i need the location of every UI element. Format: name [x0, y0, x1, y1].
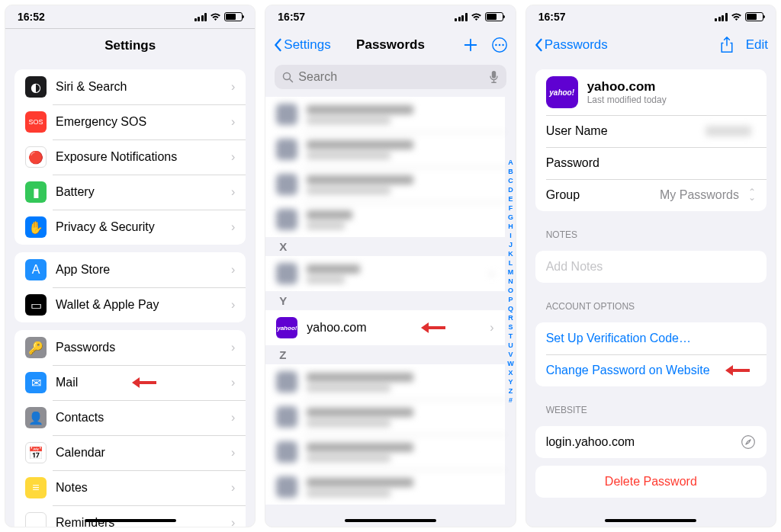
row-label: Siri & Search: [56, 80, 231, 94]
nav-bar: Settings Passwords: [265, 28, 515, 62]
back-button[interactable]: Settings: [273, 37, 330, 53]
row-label: Wallet & Apple Pay: [56, 298, 231, 312]
wifi-icon: [471, 13, 482, 21]
settings-row[interactable]: 🔴Exposure Notifications›: [14, 139, 246, 175]
notes-header: NOTES: [526, 219, 776, 243]
site-header: yahoo! yahoo.com Last modified today: [535, 69, 767, 115]
app-icon: 📅: [25, 442, 47, 463]
delete-label: Delete Password: [546, 475, 756, 489]
settings-row[interactable]: 🔑Passwords›: [14, 330, 246, 365]
index-az[interactable]: ABCDEFGHIJKLMNOPQRSTUVWXYZ#: [507, 158, 514, 405]
settings-row[interactable]: ◐Siri & Search›: [14, 69, 246, 104]
row-label: Calendar: [56, 446, 231, 460]
settings-row[interactable]: SOSEmergency SOS›: [14, 104, 246, 139]
cellular-icon: [715, 13, 728, 21]
status-bar: 16:57: [265, 5, 515, 28]
home-indicator: [345, 519, 436, 522]
home-indicator: [605, 519, 696, 522]
chevron-right-icon: ›: [231, 481, 235, 495]
wifi-icon: [731, 13, 742, 21]
list-item[interactable]: ›: [265, 256, 504, 291]
mic-icon[interactable]: [489, 70, 499, 84]
phone-password-detail: 16:57 Passwords Edit yahoo! yahoo.com La…: [525, 5, 776, 527]
svg-point-3: [502, 44, 504, 46]
settings-row[interactable]: ▭Wallet & Apple Pay›: [14, 287, 246, 322]
row-label: Notes: [56, 481, 231, 495]
verify-button[interactable]: Set Up Verification Code…: [535, 322, 767, 354]
wifi-icon: [210, 13, 221, 21]
app-icon: 🔑: [25, 337, 47, 358]
edit-button[interactable]: Edit: [746, 37, 768, 53]
status-bar: 16:57: [526, 5, 776, 28]
website-header: WEBSITE: [526, 394, 776, 418]
yahoo-icon: yahoo!: [546, 76, 578, 108]
app-icon: A: [25, 259, 47, 280]
svg-point-2: [498, 44, 500, 46]
svg-point-1: [495, 44, 497, 46]
password-site: yahoo.com: [307, 321, 421, 335]
passwords-list[interactable]: X › Y yahoo! yahoo.com › Z: [265, 97, 515, 527]
settings-row[interactable]: 👤Contacts›: [14, 400, 246, 435]
chevron-right-icon: ›: [231, 411, 235, 425]
website-row[interactable]: login.yahoo.com: [535, 426, 767, 458]
add-button[interactable]: [462, 37, 479, 53]
app-icon: ◐: [25, 76, 47, 98]
username-row[interactable]: User Name: [535, 115, 767, 147]
chevron-right-icon: ›: [231, 80, 235, 94]
search-bar[interactable]: [275, 65, 506, 89]
row-label: Exposure Notifications: [56, 150, 231, 164]
row-label: Contacts: [56, 411, 231, 425]
back-label: Passwords: [545, 37, 608, 53]
status-time: 16:52: [18, 11, 45, 23]
row-label: Mail: [56, 376, 132, 389]
section-z: Z: [265, 345, 504, 364]
back-button[interactable]: Passwords: [534, 37, 608, 53]
phone-passwords: 16:57 Settings Passwords X ›: [265, 5, 516, 527]
chevron-right-icon: ›: [231, 115, 235, 129]
app-icon: ✉: [25, 372, 47, 393]
password-yahoo[interactable]: yahoo! yahoo.com ›: [265, 310, 504, 345]
settings-list[interactable]: ◐Siri & Search›SOSEmergency SOS›🔴Exposur…: [5, 62, 255, 527]
modified-date: Last modified today: [587, 95, 667, 105]
settings-row[interactable]: ✋Privacy & Security›: [14, 210, 246, 245]
share-button[interactable]: [720, 37, 734, 53]
row-label: Emergency SOS: [56, 115, 231, 129]
more-button[interactable]: [491, 37, 508, 53]
chevron-right-icon: ›: [231, 263, 235, 277]
password-label: Password: [546, 156, 756, 170]
settings-row[interactable]: 📅Calendar›: [14, 435, 246, 470]
group-row[interactable]: Group My Passwords ⌃⌄: [535, 179, 767, 211]
chevron-left-icon: [534, 38, 543, 52]
delete-button[interactable]: Delete Password: [535, 466, 767, 498]
change-password-button[interactable]: Change Password on Website: [535, 354, 767, 386]
status-icons: [715, 12, 763, 21]
chevron-right-icon: ›: [490, 321, 493, 335]
nav-bar: Settings: [5, 28, 255, 62]
chevron-right-icon: ›: [231, 516, 235, 527]
settings-row[interactable]: ✉Mail›: [14, 365, 246, 400]
annotation-arrow: [725, 365, 756, 376]
section-x: X: [265, 237, 504, 256]
app-icon: ⋮: [25, 512, 47, 527]
password-row[interactable]: Password: [535, 147, 767, 179]
settings-row[interactable]: ⋮Reminders›: [14, 505, 246, 527]
row-label: App Store: [56, 263, 231, 277]
username-label: User Name: [546, 124, 705, 138]
search-input[interactable]: [298, 70, 484, 84]
detail-content[interactable]: yahoo! yahoo.com Last modified today Use…: [526, 62, 776, 527]
section-y: Y: [265, 291, 504, 310]
safari-icon: [741, 434, 756, 450]
username-value: [705, 126, 751, 136]
app-icon: 🔴: [25, 146, 47, 168]
annotation-arrow: [421, 322, 452, 333]
cellular-icon: [455, 13, 468, 21]
status-time: 16:57: [278, 11, 305, 23]
notes-field[interactable]: Add Notes: [535, 251, 767, 283]
status-icons: [194, 12, 243, 21]
chevron-right-icon: ›: [231, 298, 235, 312]
settings-row[interactable]: AApp Store›: [14, 252, 246, 287]
settings-row[interactable]: ▮Battery›: [14, 175, 246, 210]
chevron-right-icon: ›: [231, 185, 235, 199]
verify-label: Set Up Verification Code…: [546, 332, 756, 345]
settings-row[interactable]: ≡Notes›: [14, 470, 246, 505]
